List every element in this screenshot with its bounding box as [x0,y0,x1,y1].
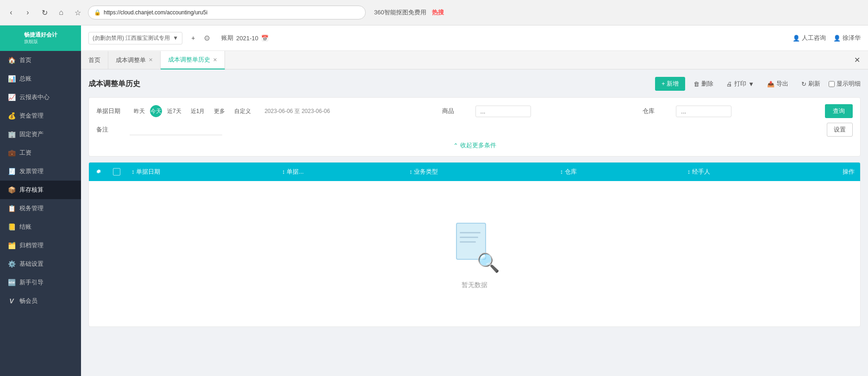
sidebar-item-settings[interactable]: ⚙️ 基础设置 [0,255,81,273]
query-button[interactable]: 查询 [825,104,853,118]
delete-button[interactable]: 🗑 删除 [689,77,718,90]
company-dropdown-icon: ▼ [173,35,178,41]
sidebar-item-report[interactable]: 📈 云报表中心 [0,88,81,107]
th-warehouse[interactable]: ↕ 仓库 [555,168,682,176]
logo-sub: 旗舰版 [24,38,57,45]
search-text[interactable]: 360智能抠图免费用 [374,8,426,17]
customer-service[interactable]: 👤 人工咨询 [793,34,826,42]
refresh-button-toolbar[interactable]: ↻ 刷新 [797,77,825,90]
doc-line3 [460,241,476,243]
sidebar-item-guide[interactable]: 🆕 新手引导 [0,273,81,292]
header-checkbox[interactable] [113,168,120,175]
sidebar-item-fund[interactable]: 💰 资金管理 [0,107,81,125]
sidebar-item-archive[interactable]: 🗂️ 归档管理 [0,236,81,255]
sidebar-item-close[interactable]: 📒 结账 [0,218,81,236]
tab-cost-adjustment-history-close[interactable]: ✕ [213,57,217,63]
tab-home[interactable]: 首页 [81,51,108,69]
calendar-icon[interactable]: 📅 [261,35,269,42]
sidebar-item-vip[interactable]: V 畅会员 [0,292,81,310]
note-filter-label: 备注 [96,125,122,134]
tab-cost-adjustment-history[interactable]: 成本调整单历史 ✕ [161,51,225,69]
sidebar-item-tax[interactable]: 📋 税务管理 [0,199,81,218]
goods-select[interactable]: ... [475,106,531,117]
sidebar-item-assets[interactable]: 🏢 固定资产 [0,125,81,144]
doc-line1 [460,232,481,233]
magnifier-icon: 🔍 [477,252,500,274]
th-settings[interactable] [89,168,107,175]
period-value: 2021-10 [236,35,258,42]
period-info: 账期 2021-10 📅 [221,34,269,42]
goods-dots: ... [481,108,486,115]
sidebar-item-salary[interactable]: 💼 工资 [0,144,81,162]
date-btn-7days[interactable]: 近7天 [163,106,186,117]
forward-button[interactable]: › [21,6,34,19]
browser-chrome: ‹ › ↻ ⌂ ☆ 🔒 https://cloud.chanjet.com/ac… [0,0,868,25]
settings-icon: ⚙️ [7,260,16,268]
ledger-icon: 📊 [7,75,16,82]
back-button[interactable]: ‹ [5,6,18,19]
address-bar[interactable]: 🔒 https://cloud.chanjet.com/accounting/u… [88,6,366,19]
sidebar-item-home[interactable]: 🏠 首页 [0,51,81,69]
new-button[interactable]: + 新增 [655,77,685,91]
bookmark-button[interactable]: ☆ [71,6,84,19]
warehouse-filter-label: 仓库 [643,107,668,115]
refresh-button[interactable]: ↻ [38,6,51,19]
print-button[interactable]: 🖨 打印 ▼ [722,77,759,90]
date-btn-more[interactable]: 更多 [210,106,229,117]
print-label: 打印 [734,80,746,88]
date-btn-today[interactable]: 今天 [150,105,162,117]
sidebar-label-invoice: 发票管理 [19,167,44,175]
sidebar-label-salary: 工资 [19,149,31,157]
sidebar-label-report: 云报表中心 [19,93,50,101]
th-handler[interactable]: ↕ 经手人 [682,168,832,176]
add-tab-button[interactable]: + [188,33,198,43]
warehouse-select[interactable]: ... [676,106,731,117]
note-input[interactable] [130,124,222,135]
th-date[interactable]: ↕ 单据日期 [126,168,276,176]
collapse-up-icon: ⌃ [453,142,458,149]
collapse-button[interactable]: ⌃ 收起更多条件 [96,141,853,150]
home-button[interactable]: ⌂ [55,6,68,19]
sidebar-item-invoice[interactable]: 🧾 发票管理 [0,162,81,181]
filter-panel: 单据日期 昨天 今天 近7天 近1月 更多 自定义 2023-06-06 至 2… [88,97,861,157]
th-checkbox[interactable] [107,168,126,175]
lock-icon: 🔒 [94,9,101,16]
sidebar-item-ledger[interactable]: 📊 总账 [0,69,81,88]
user-profile[interactable]: 👤 徐泽华 [833,34,861,42]
export-icon: 📤 [767,81,774,88]
tab-cost-adjustment[interactable]: 成本调整单 ✕ [108,51,161,69]
settings-button-filter[interactable]: 设置 [827,123,853,137]
company-selector[interactable]: (勿删勿禁用) 江西服宝测试专用 ▼ [88,32,182,44]
th-biz-type-label: ↕ 业务类型 [409,168,438,176]
close-all-tabs-button[interactable]: ✕ [850,54,863,67]
inventory-icon: 📦 [7,186,16,194]
show-detail-input[interactable] [829,81,835,87]
th-biz-type[interactable]: ↕ 业务类型 [404,168,554,176]
toolbar-right: + 新增 🗑 删除 🖨 打印 ▼ 📤 导出 ↻ [655,77,861,91]
print-dropdown-icon: ▼ [748,81,754,88]
page-title: 成本调整单历史 [88,79,140,89]
home-icon: 🏠 [7,56,16,64]
date-btn-yesterday[interactable]: 昨天 [130,106,149,117]
show-detail-checkbox[interactable]: 显示明细 [829,80,861,88]
date-btn-custom[interactable]: 自定义 [230,106,255,117]
th-voucher[interactable]: ↕ 单据... [276,168,404,176]
th-handler-label: ↕ 经手人 [687,168,710,176]
sidebar-label-close: 结账 [19,223,31,231]
date-btn-1month[interactable]: 近1月 [187,106,209,117]
settings-gear-icon[interactable]: ⚙ [204,34,210,43]
th-warehouse-label: ↕ 仓库 [560,168,577,176]
th-voucher-label: ↕ 单据... [282,168,304,176]
sidebar-label-tax: 税务管理 [19,204,44,213]
sidebar-item-inventory[interactable]: 📦 库存核算 [0,181,81,199]
data-table: ↕ 单据日期 ↕ 单据... ↕ 业务类型 ↕ 仓库 ↕ 经手人 [88,162,861,327]
tab-cost-adjustment-close[interactable]: ✕ [149,57,153,63]
empty-text: 暂无数据 [462,281,487,289]
filter-row-date: 单据日期 昨天 今天 近7天 近1月 更多 自定义 2023-06-06 至 2… [96,104,853,118]
delete-label: 删除 [701,80,713,88]
sidebar-label-archive: 归档管理 [19,241,44,250]
close-books-icon: 📒 [7,223,16,231]
hot-label[interactable]: 热搜 [432,8,444,17]
refresh-label: 刷新 [808,80,820,88]
export-button[interactable]: 📤 导出 [762,77,793,90]
